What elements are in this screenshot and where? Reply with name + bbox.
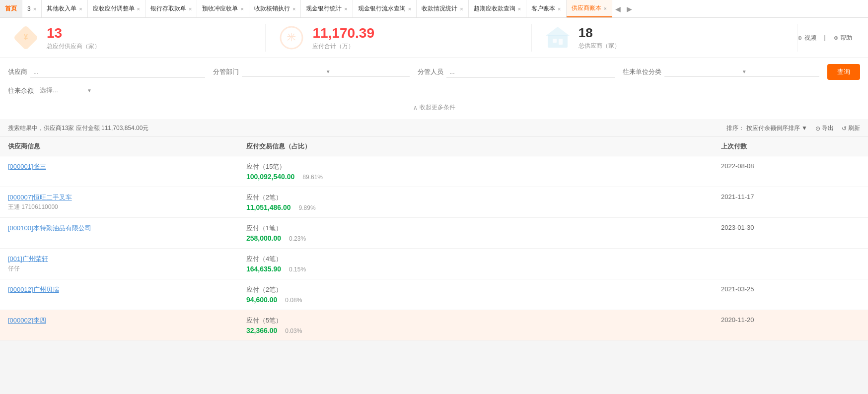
transaction-row: 258,000.00 0.23% [246, 233, 721, 242]
svg-rect-4 [548, 35, 568, 48]
filter-select-category[interactable]: ▼ [664, 67, 820, 77]
collapse-button[interactable]: ∧ 收起更多条件 [8, 101, 860, 114]
filter-label-person: 分管人员 [418, 67, 443, 76]
video-link[interactable]: ⊙ 视频 [797, 34, 816, 42]
nav-tab-prepay-ar[interactable]: 预收冲应收单 × [197, 0, 249, 17]
filter-section: 供应商 分管部门 ▼ 分管人员 往来单位分类 ▼ 查询 往来余额 选择 [0, 58, 868, 120]
nav-tab-customer-ledger-close[interactable]: × [558, 6, 561, 12]
filter-input-supplier[interactable] [30, 66, 205, 78]
nav-tab-collection-stat-close[interactable]: × [460, 6, 463, 12]
transaction-percent: 0.23% [289, 235, 306, 242]
nav-next-arrow[interactable]: ▶ [624, 5, 635, 13]
transaction-percent: 0.08% [285, 297, 302, 304]
nav-tab-collection-stat[interactable]: 收款情况统计 × [417, 0, 468, 17]
last-payment-cell: 2023-01-30 [721, 224, 860, 231]
nav-tab-overdue-ar[interactable]: 超期应收款查询 × [469, 0, 526, 17]
nav-tab-cash-bank-stat-label: 现金银行统计 [306, 4, 342, 13]
transaction-amount: 11,051,486.00 [246, 203, 291, 211]
nav-tab-3[interactable]: 3 × [22, 0, 42, 17]
supplier-link[interactable]: [000012]广州贝瑞 [8, 286, 59, 293]
chevron-down-icon: ▼ [326, 69, 407, 74]
supplier-cell: [000002]李四 [8, 316, 246, 325]
last-payment-cell: 2022-08-08 [721, 162, 860, 170]
filter-select-balance-value: 选择... [40, 86, 87, 95]
summary-number-total-suppliers: 18 [579, 25, 620, 41]
export-button[interactable]: ⊙ 导出 [815, 124, 834, 132]
transaction-percent: 9.89% [299, 204, 316, 211]
nav-tab-other-income-close[interactable]: × [79, 6, 82, 12]
supplier-link[interactable]: [000007]恒旺二手叉车 [8, 194, 72, 201]
filter-input-person[interactable] [446, 66, 615, 78]
nav-prev-arrow[interactable]: ◀ [612, 5, 624, 13]
nav-tab-bank-deposit-label: 银行存取款单 [150, 4, 186, 13]
nav-tab-bank-deposit-close[interactable]: × [189, 6, 192, 12]
transaction-amount: 258,000.00 [246, 234, 281, 242]
nav-tab-prepay-ar-label: 预收冲应收单 [202, 4, 238, 13]
transaction-label: 应付（5笔） [246, 316, 721, 325]
summary-card-suppliers-payable: ¥ 13 总应付供应商（家） [8, 24, 266, 52]
transaction-label: 应付（2笔） [246, 193, 721, 202]
nav-tab-3-close[interactable]: × [33, 6, 36, 12]
chevron-up-icon: ∧ [413, 104, 418, 111]
payable-icon: 米 [278, 24, 305, 52]
svg-rect-7 [559, 39, 563, 45]
table-header-supplier: 供应商信息 [8, 142, 246, 151]
supplier-link[interactable]: [001]广州荣轩 [8, 255, 48, 263]
supplier-cell: [000100]本特勤油品有限公司 [8, 224, 246, 233]
last-payment-cell: 2021-03-25 [721, 285, 860, 293]
table-row: [000012]广州贝瑞 应付（2笔） 94,600.00 0.08% 2021… [0, 279, 868, 310]
summary-info-total-suppliers: 18 总供应商（家） [579, 25, 620, 50]
filter-label-dept: 分管部门 [213, 67, 239, 76]
query-button[interactable]: 查询 [827, 64, 860, 80]
nav-tab-supplier-ledger[interactable]: 供应商账本 × [567, 0, 612, 17]
summary-number-payable-total: 11,170.39 [312, 25, 374, 42]
filter-item-balance: 往来余额 选择... ▼ [8, 84, 137, 97]
help-link[interactable]: ⊙ 帮助 [834, 34, 852, 42]
supplier-link[interactable]: [000002]李四 [8, 317, 46, 324]
chevron-down-icon-2: ▼ [742, 69, 816, 74]
refresh-button[interactable]: ↺ 刷新 [842, 124, 860, 132]
results-bar: 搜索结果中，供应商13家 应付金额 111,703,854.00元 排序： 按应… [0, 120, 868, 137]
table-row: [000002]李四 应付（5笔） 32,366.00 0.03% 2020-1… [0, 310, 868, 341]
store-icon [544, 24, 572, 52]
svg-rect-6 [553, 39, 557, 43]
nav-tab-3-label: 3 [27, 5, 31, 12]
supplier-sub: 王通 17106110000 [8, 203, 246, 211]
sort-value[interactable]: 按应付余额倒序排序 [746, 125, 800, 131]
filter-select-dept[interactable]: ▼ [242, 67, 410, 77]
nav-tab-prepay-ar-close[interactable]: × [240, 6, 243, 12]
summary-info-payable-total: 11,170.39 应付合计（万） [312, 25, 374, 51]
nav-tab-home[interactable]: 首页 [0, 0, 22, 17]
summary-label-total-suppliers: 总供应商（家） [579, 42, 620, 50]
table-header-transaction: 应付交易信息（占比） [246, 142, 721, 151]
transaction-cell: 应付（2笔） 94,600.00 0.08% [246, 285, 721, 304]
summary-label-suppliers-payable: 总应付供应商（家） [47, 42, 100, 51]
nav-tab-overdue-ar-close[interactable]: × [518, 6, 521, 12]
nav-tab-collection-exec[interactable]: 收款核销执行 × [249, 0, 301, 17]
nav-tab-collection-exec-label: 收款核销执行 [254, 4, 290, 13]
supplier-cell: [001]广州荣轩 仔仔 [8, 255, 246, 273]
supplier-link[interactable]: [000001]张三 [8, 163, 46, 170]
nav-tab-collection-exec-close[interactable]: × [292, 6, 295, 12]
nav-tab-ar-ap-adjust[interactable]: 应收应付调整单 × [88, 0, 145, 17]
nav-tab-supplier-ledger-close[interactable]: × [604, 5, 607, 11]
svg-marker-5 [546, 27, 570, 36]
nav-tab-cash-bank-flow[interactable]: 现金银行流水查询 × [353, 0, 417, 17]
nav-tab-other-income[interactable]: 其他收入单 × [42, 0, 87, 17]
transaction-cell: 应付（5笔） 32,366.00 0.03% [246, 316, 721, 334]
top-right-links: ⊙ 视频 | ⊙ 帮助 [797, 34, 860, 42]
nav-tab-customer-ledger[interactable]: 客户账本 × [526, 0, 566, 17]
nav-tab-collection-stat-label: 收款情况统计 [422, 4, 457, 13]
nav-tab-overdue-ar-label: 超期应收款查询 [474, 4, 515, 13]
nav-tab-cash-bank-stat-close[interactable]: × [344, 6, 347, 12]
nav-tab-bank-deposit[interactable]: 银行存取款单 × [145, 0, 197, 17]
table-row: [000007]恒旺二手叉车 王通 17106110000 应付（2笔） 11,… [0, 187, 868, 218]
nav-tab-cash-bank-flow-close[interactable]: × [408, 6, 411, 12]
transaction-row: 11,051,486.00 9.89% [246, 202, 721, 211]
nav-tab-cash-bank-stat[interactable]: 现金银行统计 × [301, 0, 353, 17]
last-payment-cell: 2020-11-20 [721, 316, 860, 324]
supplier-link[interactable]: [000100]本特勤油品有限公司 [8, 224, 91, 232]
filter-select-balance[interactable]: 选择... ▼ [37, 84, 137, 97]
nav-tab-ar-ap-adjust-close[interactable]: × [137, 6, 140, 12]
summary-info-suppliers-payable: 13 总应付供应商（家） [47, 25, 100, 51]
